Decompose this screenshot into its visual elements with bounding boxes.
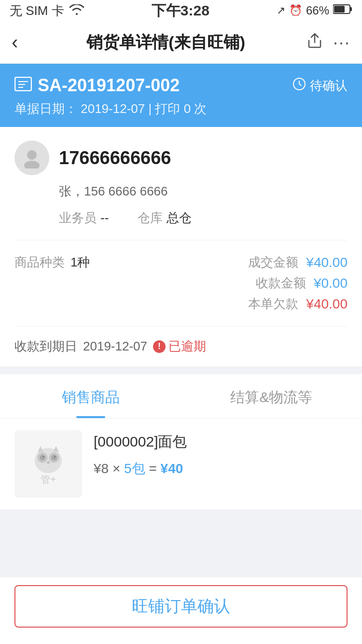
overdue-badge: ! 已逾期 [153, 338, 206, 355]
customer-section: 17666666666 张，156 6666 6666 业务员 -- 仓库 总仓 [0, 127, 362, 240]
goods-type-value: 1种 [70, 254, 90, 271]
nav-bar: ‹ 销货单详情(来自旺铺) ··· [0, 21, 362, 64]
brand-plus: 管+ [41, 473, 56, 486]
confirm-order-button[interactable]: 旺铺订单确认 [14, 585, 348, 628]
svg-point-8 [27, 150, 37, 160]
svg-rect-1 [350, 7, 352, 11]
due-date-section: 收款到期日 2019-12-07 ! 已逾期 [0, 326, 362, 366]
warehouse-value: 总仓 [167, 210, 192, 226]
product-item: 管+ [0000002]面包 ¥8 × 5包 = ¥40 [0, 419, 362, 509]
back-button[interactable]: ‹ [12, 31, 26, 53]
order-status: 待确认 [292, 77, 348, 94]
product-quantity: 5包 [124, 461, 145, 476]
svg-marker-19 [53, 446, 59, 452]
customer-name: 张，156 6666 6666 [14, 183, 348, 200]
carrier-text: 无 SIM 卡 [10, 2, 64, 19]
debt-amount-label: 本单欠款 [248, 295, 298, 312]
product-price: ¥8 × 5包 = ¥40 [94, 460, 348, 478]
price-per-unit: ¥8 [94, 461, 109, 476]
order-banner: SA-20191207-002 待确认 单据日期： 2019-12-07 | 打… [0, 64, 362, 127]
customer-meta: 业务员 -- 仓库 总仓 [14, 210, 348, 226]
location-icon: ↗ [277, 4, 285, 17]
svg-point-15 [42, 456, 44, 458]
product-name: [0000002]面包 [94, 432, 348, 452]
more-options-icon[interactable]: ··· [333, 32, 350, 53]
overdue-text: 已逾期 [168, 338, 206, 355]
bottom-bar: 旺铺订单确认 [0, 577, 362, 644]
share-icon[interactable] [306, 32, 323, 53]
tabs-bar: 销售商品 结算&物流等 [0, 374, 362, 419]
status-bar-right: ↗ ⏰ 66% [277, 4, 352, 17]
order-number: SA-20191207-002 [14, 75, 180, 96]
svg-marker-18 [38, 446, 43, 452]
goods-type-label: 商品种类 [14, 254, 65, 271]
alarm-icon: ⏰ [289, 4, 302, 17]
battery-icon [333, 4, 352, 17]
equals-sign: = [149, 461, 160, 476]
product-total: ¥40 [161, 461, 183, 476]
debt-amount-value: ¥40.00 [306, 296, 348, 312]
tab-settlement[interactable]: 结算&物流等 [181, 374, 362, 418]
svg-rect-2 [334, 6, 345, 13]
status-bar-left: 无 SIM 卡 [10, 2, 84, 19]
battery-text: 66% [306, 4, 329, 17]
avatar [14, 140, 49, 175]
multiply-sign: × [112, 461, 124, 476]
status-time: 下午3:28 [152, 1, 209, 21]
salesperson-meta: 业务员 -- [59, 210, 109, 226]
svg-point-9 [24, 161, 40, 168]
goods-type: 商品种类 1种 [14, 254, 90, 271]
due-date-value: 2019-12-07 [83, 339, 147, 354]
order-date: 单据日期： 2019-12-07 | 打印 0 次 [14, 100, 348, 117]
salesperson-value: -- [100, 210, 109, 225]
tab-sales-goods[interactable]: 销售商品 [0, 374, 181, 418]
warehouse-meta: 仓库 总仓 [138, 210, 192, 226]
status-bar: 无 SIM 卡 下午3:28 ↗ ⏰ 66% [0, 0, 362, 21]
debt-amount-row: 本单欠款 ¥40.00 [248, 295, 348, 312]
overdue-icon: ! [153, 340, 166, 353]
svg-point-14 [51, 455, 57, 461]
page-title: 销货单详情(来自旺铺) [26, 31, 306, 54]
customer-card: 17666666666 张，156 6666 6666 业务员 -- 仓库 总仓… [0, 127, 362, 366]
due-date-label: 收款到期日 [14, 338, 77, 355]
collected-amount-value: ¥0.00 [314, 276, 348, 291]
transaction-amount-row: 成交金额 ¥40.00 [248, 254, 348, 271]
transaction-amount-label: 成交金额 [248, 254, 298, 271]
amounts-list: 成交金额 ¥40.00 收款金额 ¥0.00 本单欠款 ¥40.00 [248, 254, 348, 312]
collected-amount-label: 收款金额 [256, 275, 306, 292]
svg-point-13 [40, 455, 45, 461]
svg-point-16 [54, 456, 56, 458]
customer-phone: 17666666666 [59, 148, 171, 168]
transaction-amount-value: ¥40.00 [306, 255, 348, 270]
product-thumbnail: 管+ [14, 430, 82, 498]
clock-icon [292, 77, 306, 94]
salesperson-label: 业务员 [59, 210, 97, 226]
nav-actions: ··· [306, 32, 350, 53]
customer-top: 17666666666 [14, 140, 348, 175]
warehouse-label: 仓库 [138, 210, 163, 226]
order-icon [14, 75, 32, 96]
collected-amount-row: 收款金额 ¥0.00 [256, 275, 348, 292]
wifi-icon [69, 3, 84, 18]
product-info: [0000002]面包 ¥8 × 5包 = ¥40 [94, 430, 348, 478]
product-thumb-inner: 管+ [29, 442, 68, 486]
amounts-section: 商品种类 1种 成交金额 ¥40.00 收款金额 ¥0.00 本单欠款 ¥40.… [0, 240, 362, 326]
